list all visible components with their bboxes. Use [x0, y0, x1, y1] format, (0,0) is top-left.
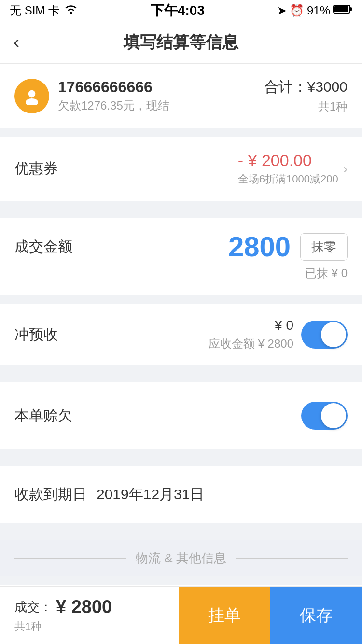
prepay-toggle-knob	[321, 322, 346, 347]
coupon-right: - ¥ 200.00 全场6折满1000减200 ›	[238, 151, 348, 186]
due-date-section: 收款到期日 2019年12月31日	[0, 466, 362, 523]
user-info-left: 17666666666 欠款1276.35元，现结	[14, 78, 169, 113]
logistics-divider: 物流 & 其他信息	[0, 540, 362, 576]
prepay-value: ¥ 0	[209, 318, 293, 333]
user-count: 共1种	[264, 99, 348, 114]
prepay-sub: 应收金额 ¥ 2800	[209, 336, 293, 351]
amount-row: 成交金额 2800 抹零	[0, 218, 362, 266]
svg-rect-3	[350, 7, 352, 11]
nav-title: 填写结算等信息	[124, 31, 238, 54]
divider-line-left	[14, 558, 126, 559]
user-phone: 17666666666	[58, 78, 169, 96]
amount-value: 2800	[228, 233, 291, 261]
debt-section: 本单赊欠	[0, 382, 362, 449]
debt-label: 本单赊欠	[14, 406, 72, 426]
back-button[interactable]: ‹	[14, 32, 19, 53]
coupon-chevron-icon: ›	[343, 161, 348, 177]
bottom-count: 共1种	[14, 619, 164, 634]
coupon-discount: - ¥ 200.00	[238, 151, 338, 170]
divider-2	[0, 374, 362, 382]
amount-sub: 已抹 ¥ 0	[0, 266, 362, 295]
bottom-total-row: 成交： ¥ 2800	[14, 597, 164, 617]
content: 17666666666 欠款1276.35元，现结 合计：¥3000 共1种 优…	[0, 64, 362, 644]
due-value: 2019年12月31日	[97, 485, 204, 504]
battery-icon	[333, 4, 352, 17]
round-button[interactable]: 抹零	[300, 233, 348, 261]
coupon-section[interactable]: 优惠券 - ¥ 200.00 全场6折满1000减200 ›	[0, 137, 362, 201]
divider-4	[0, 532, 362, 540]
save-button[interactable]: 保存	[270, 587, 362, 644]
svg-point-0	[70, 12, 72, 14]
status-bar: 无 SIM 卡 下午4:03 ➤ ⏰ 91%	[0, 0, 362, 21]
bottom-summary: 成交： ¥ 2800 共1种	[0, 597, 179, 634]
divider-3	[0, 458, 362, 466]
user-total: 合计：¥3000	[264, 77, 348, 97]
sim-label: 无 SIM 卡	[10, 3, 60, 18]
debt-toggle-knob	[321, 403, 346, 428]
status-left: 无 SIM 卡	[10, 3, 78, 18]
status-right: ➤ ⏰ 91%	[277, 4, 352, 17]
coupon-label: 优惠券	[14, 159, 58, 179]
svg-point-4	[28, 90, 36, 97]
user-details: 17666666666 欠款1276.35元，现结	[58, 78, 169, 113]
divider-line-right	[236, 558, 348, 559]
wifi-icon	[64, 4, 78, 17]
coupon-value-block: - ¥ 200.00 全场6折满1000减200	[238, 151, 338, 186]
bottom-total-label: 成交：	[14, 599, 52, 616]
prepay-value-block: ¥ 0 应收金额 ¥ 2800	[209, 318, 293, 351]
coupon-desc: 全场6折满1000减200	[238, 172, 338, 186]
amount-label: 成交金额	[14, 237, 72, 257]
divider-1	[0, 210, 362, 218]
bottom-bar: 成交： ¥ 2800 共1种 挂单 保存	[0, 586, 362, 644]
user-info-section: 17666666666 欠款1276.35元，现结 合计：¥3000 共1种	[0, 64, 362, 128]
prepay-label: 冲预收	[14, 325, 58, 345]
battery-label: 91%	[307, 4, 330, 17]
amount-section: 成交金额 2800 抹零 已抹 ¥ 0	[0, 218, 362, 295]
prepay-right: ¥ 0 应收金额 ¥ 2800	[209, 318, 348, 351]
due-label: 收款到期日	[14, 485, 87, 504]
svg-point-5	[26, 98, 38, 104]
prepay-toggle[interactable]	[301, 321, 348, 349]
prepay-row: 冲预收 ¥ 0 应收金额 ¥ 2800	[0, 304, 362, 365]
nav-bar: ‹ 填写结算等信息	[0, 21, 362, 64]
amount-right: 2800 抹零	[228, 233, 348, 261]
avatar	[14, 79, 49, 113]
user-info-right: 合计：¥3000 共1种	[264, 77, 348, 114]
location-icon: ➤	[277, 4, 287, 17]
status-time: 下午4:03	[151, 1, 205, 20]
alarm-icon: ⏰	[290, 4, 304, 17]
debt-toggle[interactable]	[301, 402, 348, 430]
user-debt: 欠款1276.35元，现结	[58, 98, 169, 113]
svg-rect-2	[334, 6, 348, 12]
bottom-total-value: ¥ 2800	[56, 597, 112, 617]
logistics-label: 物流 & 其他信息	[136, 550, 226, 567]
hang-button[interactable]: 挂单	[179, 587, 270, 644]
prepay-left: 冲预收	[14, 325, 58, 345]
prepay-section: 冲预收 ¥ 0 应收金额 ¥ 2800	[0, 304, 362, 365]
